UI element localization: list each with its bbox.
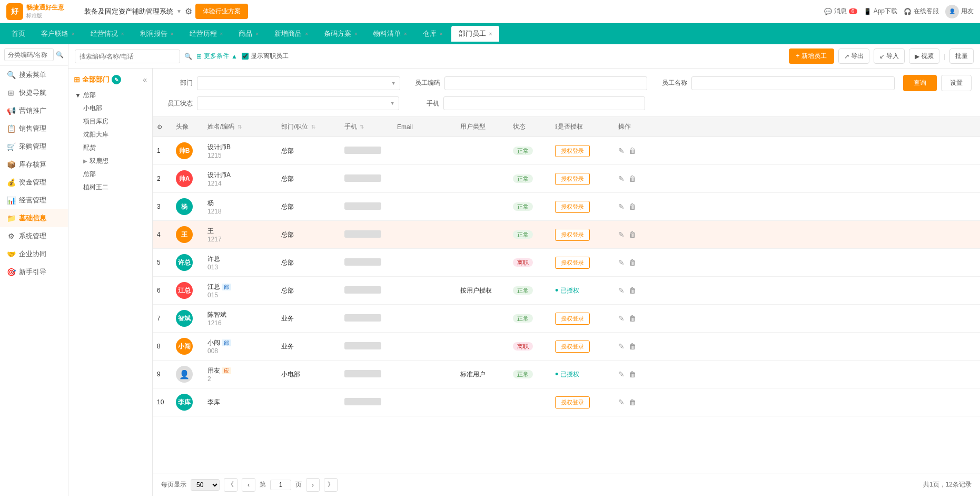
sidebar-item-basic[interactable]: 📁 基础信息 <box>0 209 68 227</box>
sidebar-search-icon[interactable]: 🔍 <box>56 51 64 59</box>
sidebar-item-search[interactable]: 🔍 搜索菜单 <box>0 66 68 84</box>
dept-select[interactable] <box>197 76 400 90</box>
messages-button[interactable]: 💬 消息 6 <box>824 7 857 16</box>
dept-node-zhishu[interactable]: 植树王二 <box>73 181 148 194</box>
sidebar-item-collab[interactable]: 🤝 企业协同 <box>0 245 68 263</box>
settings-icon[interactable]: ⚙ <box>185 6 192 16</box>
sidebar-item-guide[interactable]: 🎯 新手引导 <box>0 263 68 281</box>
auth-login-button[interactable]: 授权登录 <box>555 341 590 353</box>
tab-operation[interactable]: 经营情况× <box>83 26 132 42</box>
sidebar-item-sales[interactable]: 📋 销售管理 <box>0 120 68 138</box>
view-button[interactable]: ▶ 视频 <box>909 48 939 64</box>
col-dept[interactable]: 部门/职位 ⇅ <box>277 117 340 137</box>
prev-page-button[interactable]: ‹ <box>242 478 255 492</box>
tab-warehouse[interactable]: 仓库× <box>415 26 450 42</box>
dept-node-peihuo[interactable]: 配货 <box>73 141 148 154</box>
sidebar-item-system[interactable]: ⚙ 系统管理 <box>0 227 68 245</box>
dept-collapse-button[interactable]: « <box>143 75 147 84</box>
sidebar-item-inventory[interactable]: 📦 库存核算 <box>0 155 68 173</box>
dept-node-xiaodibu[interactable]: 小电部 <box>73 102 148 115</box>
edit-button[interactable]: ✎ <box>618 286 625 295</box>
batch-button[interactable]: 批量 <box>949 48 974 64</box>
sidebar-item-nav[interactable]: ⊞ 快捷导航 <box>0 84 68 102</box>
delete-button[interactable]: 🗑 <box>629 174 636 183</box>
emp-code-input[interactable] <box>444 76 648 90</box>
dept-node-shuanglu[interactable]: ▶ 双鹿想 <box>73 154 148 168</box>
tab-goods[interactable]: 商品× <box>231 26 266 42</box>
tab-profit[interactable]: 利润报告× <box>133 26 181 42</box>
auth-login-button[interactable]: 授权登录 <box>555 201 590 213</box>
search-input[interactable] <box>75 50 180 63</box>
close-bom-tab[interactable]: × <box>404 31 407 37</box>
dept-node-zongbu2[interactable]: 总部 <box>73 168 148 181</box>
first-page-button[interactable]: 《 <box>224 478 237 492</box>
next-page-button[interactable]: › <box>306 478 320 492</box>
last-page-button[interactable]: 》 <box>324 478 338 492</box>
dept-node-xiangtumu[interactable]: 项目库房 <box>73 115 148 128</box>
show-resigned-checkbox[interactable] <box>242 53 249 60</box>
sidebar-search-input[interactable] <box>4 48 54 61</box>
col-name[interactable]: 姓名/编码 ⇅ <box>203 117 277 137</box>
tab-employees[interactable]: 部门员工× <box>451 26 500 42</box>
close-goods-tab[interactable]: × <box>255 31 259 37</box>
close-employees-tab[interactable]: × <box>489 31 492 37</box>
emp-name-input[interactable] <box>691 76 895 90</box>
phone-input[interactable] <box>443 96 646 110</box>
auth-login-button[interactable]: 授权登录 <box>555 257 590 269</box>
close-profit-tab[interactable]: × <box>171 31 174 37</box>
tab-history[interactable]: 经营历程× <box>182 26 231 42</box>
edit-button[interactable]: ✎ <box>618 174 625 183</box>
close-history-tab[interactable]: × <box>220 31 223 37</box>
delete-button[interactable]: 🗑 <box>629 398 636 406</box>
tab-add-goods[interactable]: 新增商品× <box>267 26 315 42</box>
auth-login-button[interactable]: 授权登录 <box>555 313 590 325</box>
trial-button[interactable]: 体验行业方案 <box>195 4 248 19</box>
import-button[interactable]: ↙ 导入 <box>874 48 905 64</box>
export-button[interactable]: ↗ 导出 <box>838 48 869 64</box>
close-barcode-tab[interactable]: × <box>354 31 358 37</box>
query-button[interactable]: 查询 <box>903 75 937 91</box>
sidebar-item-finance[interactable]: 💰 资金管理 <box>0 173 68 191</box>
show-resigned-label[interactable]: 显示离职员工 <box>242 52 289 61</box>
auth-login-button[interactable]: 授权登录 <box>555 229 590 241</box>
sidebar-item-operation[interactable]: 📊 经营管理 <box>0 191 68 209</box>
more-conditions-button[interactable]: ⊞ 更多条件 ▲ <box>196 52 237 61</box>
dept-node-zongbu[interactable]: ▼ 总部 <box>73 89 148 102</box>
delete-button[interactable]: 🗑 <box>629 370 636 378</box>
app-download-button[interactable]: 📱 App下载 <box>864 7 897 16</box>
delete-button[interactable]: 🗑 <box>629 286 636 295</box>
col-settings[interactable]: ⚙ <box>153 117 172 137</box>
delete-button[interactable]: 🗑 <box>629 314 636 323</box>
close-add-goods-tab[interactable]: × <box>305 31 308 37</box>
edit-button[interactable]: ✎ <box>618 314 625 323</box>
search-icon[interactable]: 🔍 <box>184 53 192 60</box>
delete-button[interactable]: 🗑 <box>629 342 636 351</box>
delete-button[interactable]: 🗑 <box>629 147 636 155</box>
auth-login-button[interactable]: 授权登录 <box>555 173 590 185</box>
col-phone[interactable]: 手机 ⇅ <box>340 117 393 137</box>
tab-bom[interactable]: 物料清单× <box>366 26 414 42</box>
delete-button[interactable]: 🗑 <box>629 230 636 239</box>
edit-button[interactable]: ✎ <box>618 147 625 155</box>
sidebar-item-marketing[interactable]: 📢 营销推广 <box>0 102 68 120</box>
status-select[interactable] <box>197 96 399 110</box>
auth-login-button[interactable]: 授权登录 <box>555 396 590 409</box>
dept-node-shenyang[interactable]: 沈阳大库 <box>73 128 148 141</box>
close-operation-tab[interactable]: × <box>121 31 124 37</box>
system-dropdown-icon[interactable]: ▼ <box>176 8 182 14</box>
edit-button[interactable]: ✎ <box>618 258 625 267</box>
page-size-select[interactable]: 50 20 100 <box>191 479 220 491</box>
page-number-input[interactable] <box>270 480 291 490</box>
set-button[interactable]: 设置 <box>941 75 972 91</box>
tab-home[interactable]: 首页 <box>4 26 33 42</box>
edit-button[interactable]: ✎ <box>618 342 625 351</box>
delete-button[interactable]: 🗑 <box>629 202 636 211</box>
user-button[interactable]: 👤 用友 <box>945 5 974 18</box>
sidebar-item-purchase[interactable]: 🛒 采购管理 <box>0 138 68 155</box>
close-warehouse-tab[interactable]: × <box>440 31 443 37</box>
edit-button[interactable]: ✎ <box>618 202 625 211</box>
edit-button[interactable]: ✎ <box>618 370 625 378</box>
close-customer-tab[interactable]: × <box>72 31 75 37</box>
online-service-button[interactable]: 🎧 在线客服 <box>904 7 939 16</box>
edit-button[interactable]: ✎ <box>618 398 625 406</box>
